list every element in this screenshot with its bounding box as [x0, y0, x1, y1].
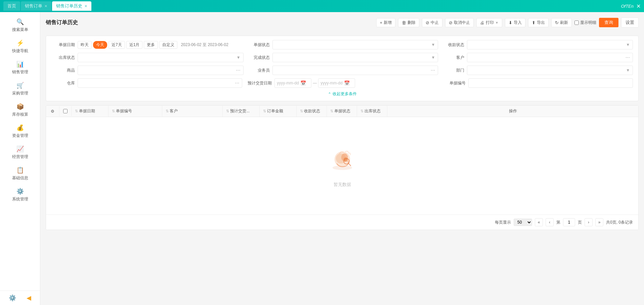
- empty-state: 暂无数据: [46, 117, 638, 215]
- stop-icon: ⊘: [426, 20, 429, 25]
- date-btn-7days[interactable]: 近7天: [109, 41, 125, 49]
- display-checkbox-input[interactable]: [574, 21, 579, 25]
- th-num[interactable]: ⇅ 单据编号: [109, 106, 162, 117]
- label-out-status: 出库状态: [51, 55, 75, 61]
- delivery-date-end[interactable]: yyyy-mm-dd 📅: [318, 78, 355, 88]
- system-icon: ⚙️: [16, 188, 24, 195]
- settings-button[interactable]: 设置: [621, 17, 639, 28]
- th-doc-status-sort-icon: ⇅: [330, 109, 333, 113]
- filter-row-3: 商品 ··· 业务员 ··· 部门: [51, 66, 633, 75]
- select-department-arrow: ▼: [626, 68, 630, 73]
- sidebar-item-quicknav-label: 快捷导航: [12, 48, 28, 54]
- select-department[interactable]: ▼: [467, 66, 633, 75]
- input-customer[interactable]: ···: [467, 53, 633, 62]
- th-customer[interactable]: ⇅ 客户: [162, 106, 223, 117]
- sidebar-item-basic[interactable]: 📋 基础信息: [0, 163, 40, 184]
- input-goods[interactable]: ···: [78, 66, 244, 75]
- control-doc-num: [468, 78, 633, 88]
- date-btn-today[interactable]: 今天: [93, 41, 107, 49]
- check-all[interactable]: [63, 109, 68, 113]
- delivery-date-start[interactable]: yyyy-mm-dd 📅: [274, 78, 311, 88]
- tab-sales-order-history-close[interactable]: ✕: [84, 4, 87, 8]
- query-button[interactable]: 查询: [599, 18, 618, 27]
- sidebar-item-system[interactable]: ⚙️ 系统管理: [0, 184, 40, 205]
- page-input[interactable]: [563, 218, 575, 226]
- tab-sales-order-close[interactable]: ✕: [44, 4, 47, 8]
- import-button[interactable]: ⬇ 导入: [505, 18, 525, 27]
- label-salesman: 业务员: [246, 68, 270, 73]
- th-out-label: 出库状态: [364, 108, 381, 114]
- dots-icon-customer: ···: [626, 54, 630, 61]
- label-warehouse: 仓库: [51, 80, 75, 86]
- sidebar-item-search[interactable]: 🔍 搜索菜单: [0, 15, 40, 36]
- date-btn-more[interactable]: 更多: [144, 41, 158, 49]
- add-button[interactable]: + 新增: [376, 18, 396, 27]
- refresh-icon: ↻: [555, 20, 559, 25]
- total-text: 共0页, 0条记录: [606, 220, 633, 225]
- page-next-btn[interactable]: ›: [585, 218, 593, 226]
- input-doc-num[interactable]: [468, 78, 633, 88]
- th-check[interactable]: [59, 106, 72, 116]
- export-button[interactable]: ⬆ 导出: [528, 18, 549, 27]
- control-receipt-status: ▼: [467, 40, 633, 49]
- sidebar-item-purchase[interactable]: 🛒 采购管理: [0, 78, 40, 100]
- display-columns-checkbox[interactable]: 显示明细: [574, 20, 596, 26]
- dots-icon-salesman: ···: [431, 67, 435, 73]
- svg-line-6: [348, 163, 351, 166]
- th-delivery[interactable]: ⇅ 预计交货...: [223, 106, 260, 117]
- th-doc-status[interactable]: ⇅ 单据状态: [327, 106, 357, 117]
- import-icon: ⬇: [509, 20, 512, 25]
- topbar-close-btn[interactable]: ✕: [636, 3, 641, 9]
- cancel-stop-button[interactable]: ⊘ 取消中止: [445, 18, 474, 27]
- filter-row-4: 仓库 ··· 预计交货日期 yyyy-mm-dd 📅 —: [51, 78, 633, 88]
- tab-sales-order[interactable]: 销售订单 ✕: [21, 1, 51, 11]
- select-doc-status[interactable]: ▼: [272, 40, 438, 49]
- sidebar-item-finance[interactable]: 💰 资金管理: [0, 121, 40, 142]
- th-date[interactable]: ⇅ 单据日期: [72, 106, 109, 117]
- input-warehouse[interactable]: ···: [78, 78, 242, 88]
- sidebar-item-basic-label: 基础信息: [12, 175, 28, 181]
- label-goods: 商品: [51, 68, 75, 73]
- date-btn-custom[interactable]: 自定义: [159, 41, 177, 49]
- delete-icon: 🗑: [402, 20, 406, 25]
- control-department: ▼: [467, 66, 633, 75]
- date-btn-1month[interactable]: 近1月: [126, 41, 143, 49]
- th-settings[interactable]: ⚙: [46, 106, 59, 116]
- select-receipt-status[interactable]: ▼: [467, 40, 633, 49]
- stop-button[interactable]: ⊘ 中止: [422, 18, 442, 27]
- select-complete-status[interactable]: ▼: [272, 53, 438, 62]
- date-quick-btns: 昨天 今天 近7天 近1月 更多 自定义: [78, 41, 177, 49]
- th-delivery-label: 预计交货...: [230, 108, 250, 114]
- th-amount[interactable]: ⇅ 订单金额: [260, 106, 297, 117]
- tab-list: 首页 销售订单 ✕ 销售订单历史 ✕: [3, 0, 91, 12]
- th-receipt-sort-icon: ⇅: [300, 109, 303, 113]
- th-op-label: 操作: [509, 108, 517, 114]
- refresh-button[interactable]: ↻ 刷新: [551, 18, 572, 27]
- th-doc-status-label: 单据状态: [334, 108, 350, 114]
- select-out-status[interactable]: ▼: [78, 53, 244, 62]
- sidebar-item-quicknav[interactable]: ⚡ 快捷导航: [0, 36, 40, 57]
- tab-home[interactable]: 首页: [3, 1, 20, 11]
- input-salesman[interactable]: ···: [272, 66, 438, 75]
- refresh-button-label: 刷新: [560, 20, 568, 26]
- th-op: 操作: [387, 106, 638, 117]
- delete-button[interactable]: 🗑 删除: [398, 18, 419, 27]
- tab-sales-order-history[interactable]: 销售订单历史 ✕: [52, 1, 91, 11]
- page-prev-btn[interactable]: ‹: [546, 218, 554, 226]
- print-button[interactable]: 🖨 打印 ▼: [476, 18, 502, 27]
- sidebar-collapse-icon[interactable]: ◀: [27, 294, 31, 302]
- search-icon: 🔍: [16, 18, 24, 26]
- page-size-select[interactable]: 50 10 20 100: [514, 219, 532, 226]
- sidebar-item-sales[interactable]: 📊 销售管理: [0, 57, 40, 78]
- sales-icon: 📊: [16, 61, 24, 68]
- page-last-btn[interactable]: »: [595, 218, 603, 226]
- sidebar-settings-icon[interactable]: ⚙️: [9, 294, 16, 302]
- sidebar-item-business[interactable]: 📈 经营管理: [0, 142, 40, 163]
- calendar-end-icon: 📅: [344, 80, 350, 86]
- th-out-status[interactable]: ⇅ 出库状态: [357, 106, 387, 117]
- page-first-btn[interactable]: «: [535, 218, 543, 226]
- sidebar-item-inventory[interactable]: 📦 库存核算: [0, 100, 40, 121]
- date-btn-yesterday[interactable]: 昨天: [78, 41, 92, 49]
- collapse-more-btn[interactable]: ⌃ 收起更多条件: [51, 91, 633, 97]
- th-receipt[interactable]: ⇅ 收款状态: [297, 106, 327, 117]
